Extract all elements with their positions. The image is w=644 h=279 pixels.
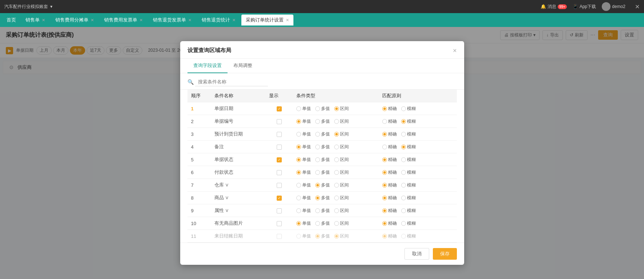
radio-option[interactable]: 单值	[296, 157, 311, 163]
radio-option[interactable]: 模糊	[401, 220, 416, 227]
show-checkbox[interactable]: ✓	[277, 106, 282, 111]
tab-close-icon[interactable]: ✕	[42, 18, 45, 23]
tab-home[interactable]: 首页	[3, 17, 20, 23]
show-checkbox[interactable]	[277, 170, 282, 175]
row-show[interactable]	[265, 115, 293, 128]
row-show[interactable]	[265, 166, 293, 179]
save-button[interactable]: 保存	[433, 248, 457, 260]
radio-option[interactable]: 精确	[382, 182, 397, 188]
radio-option[interactable]: 模糊	[401, 208, 416, 214]
radio-option[interactable]: 单值	[296, 131, 311, 137]
radio-option[interactable]: 区间	[334, 157, 349, 163]
radio-option[interactable]: 模糊	[401, 144, 416, 150]
radio-option[interactable]: 模糊	[401, 182, 416, 188]
user-area[interactable]: demo2	[602, 2, 625, 11]
modal-tab-query-fields[interactable]: 查询字段设置	[187, 59, 228, 73]
show-checkbox[interactable]: ✓	[277, 196, 282, 201]
radio-option[interactable]: 区间	[334, 182, 349, 188]
radio-option[interactable]: 多值	[315, 106, 330, 112]
search-input[interactable]	[195, 78, 268, 86]
radio-option[interactable]: 区间	[334, 208, 349, 214]
radio-option[interactable]: 模糊	[401, 157, 416, 163]
radio-option[interactable]: 区间	[334, 118, 349, 125]
radio-option[interactable]: 精确	[382, 144, 397, 150]
tab-sales-invoice[interactable]: 销售费用发票单 ✕	[100, 15, 147, 25]
radio-option[interactable]: 精确	[382, 106, 397, 112]
tab-close-icon[interactable]: ✕	[139, 18, 143, 23]
modal-close-button[interactable]: ×	[453, 47, 457, 54]
radio-option[interactable]: 模糊	[401, 118, 416, 125]
row-show[interactable]	[265, 230, 293, 243]
radio-option[interactable]: 单值	[296, 144, 311, 150]
tab-purchase-order-stat[interactable]: 采购订单统计设置 ✕	[241, 15, 293, 25]
radio-option[interactable]: 精确	[382, 220, 397, 227]
radio-option[interactable]: 多值	[315, 169, 330, 176]
radio-option[interactable]: 区间	[334, 233, 349, 239]
radio-option[interactable]: 多值	[315, 195, 330, 201]
radio-option[interactable]: 单值	[296, 220, 311, 227]
row-show[interactable]: ✓	[265, 153, 293, 166]
tab-close-icon[interactable]: ✕	[232, 18, 236, 23]
row-show[interactable]	[265, 128, 293, 141]
radio-option[interactable]: 区间	[334, 195, 349, 201]
notification-area[interactable]: 🔔 消息 99+	[541, 4, 567, 10]
row-show[interactable]	[265, 179, 293, 192]
show-checkbox[interactable]: ✓	[277, 157, 282, 162]
show-checkbox[interactable]	[277, 145, 282, 150]
show-checkbox[interactable]	[277, 132, 282, 137]
radio-option[interactable]: 模糊	[401, 233, 416, 239]
radio-option[interactable]: 单值	[296, 106, 311, 112]
show-checkbox[interactable]	[277, 119, 282, 124]
radio-option[interactable]: 精确	[382, 233, 397, 239]
radio-option[interactable]: 多值	[315, 131, 330, 137]
radio-option[interactable]: 多值	[315, 118, 330, 125]
radio-option[interactable]: 多值	[315, 208, 330, 214]
app-dropdown-icon[interactable]: ▾	[50, 4, 52, 9]
row-show[interactable]	[265, 141, 293, 153]
modal-tab-layout[interactable]: 布局调整	[228, 59, 258, 73]
tab-close-icon[interactable]: ✕	[188, 18, 191, 23]
radio-option[interactable]: 区间	[334, 220, 349, 227]
radio-option[interactable]: 多值	[315, 157, 330, 163]
tab-sales-return-stat[interactable]: 销售退货统计 ✕	[197, 15, 240, 25]
show-checkbox[interactable]	[277, 183, 282, 188]
tab-close-icon[interactable]: ✕	[91, 18, 94, 23]
radio-option[interactable]: 精确	[382, 118, 397, 125]
radio-option[interactable]: 精确	[382, 131, 397, 137]
radio-option[interactable]: 单值	[296, 169, 311, 176]
radio-option[interactable]: 模糊	[401, 169, 416, 176]
radio-option[interactable]: 单值	[296, 233, 311, 239]
show-checkbox[interactable]	[277, 234, 282, 239]
radio-option[interactable]: 模糊	[401, 131, 416, 137]
radio-option[interactable]: 精确	[382, 208, 397, 214]
tab-sales-expense[interactable]: 销售费用分摊单 ✕	[51, 15, 98, 25]
show-checkbox[interactable]	[277, 208, 282, 213]
radio-option[interactable]: 单值	[296, 208, 311, 214]
radio-option[interactable]: 区间	[334, 131, 349, 137]
radio-option[interactable]: 单值	[296, 182, 311, 188]
row-show[interactable]: ✓	[265, 102, 293, 115]
radio-option[interactable]: 精确	[382, 157, 397, 163]
radio-option[interactable]: 区间	[334, 144, 349, 150]
radio-option[interactable]: 多值	[315, 182, 330, 188]
tab-sales-order[interactable]: 销售单 ✕	[21, 15, 50, 25]
tab-sales-return-invoice[interactable]: 销售退货发票单 ✕	[149, 15, 196, 25]
row-show[interactable]: ✓	[265, 192, 293, 204]
radio-option[interactable]: 精确	[382, 169, 397, 176]
radio-option[interactable]: 精确	[382, 195, 397, 201]
show-checkbox[interactable]	[277, 221, 282, 226]
radio-option[interactable]: 模糊	[401, 106, 416, 112]
cancel-button[interactable]: 取消	[404, 248, 429, 260]
radio-option[interactable]: 多值	[315, 220, 330, 227]
top-close-button[interactable]: ✕	[635, 3, 640, 10]
app-download-area[interactable]: 📱 App下载	[573, 4, 596, 10]
radio-option[interactable]: 单值	[296, 195, 311, 201]
radio-option[interactable]: 多值	[315, 144, 330, 150]
radio-option[interactable]: 区间	[334, 169, 349, 176]
radio-option[interactable]: 区间	[334, 106, 349, 112]
tab-close-active-icon[interactable]: ✕	[286, 18, 289, 23]
radio-option[interactable]: 多值	[315, 233, 330, 239]
row-show[interactable]	[265, 217, 293, 230]
row-show[interactable]	[265, 204, 293, 217]
radio-option[interactable]: 模糊	[401, 195, 416, 201]
